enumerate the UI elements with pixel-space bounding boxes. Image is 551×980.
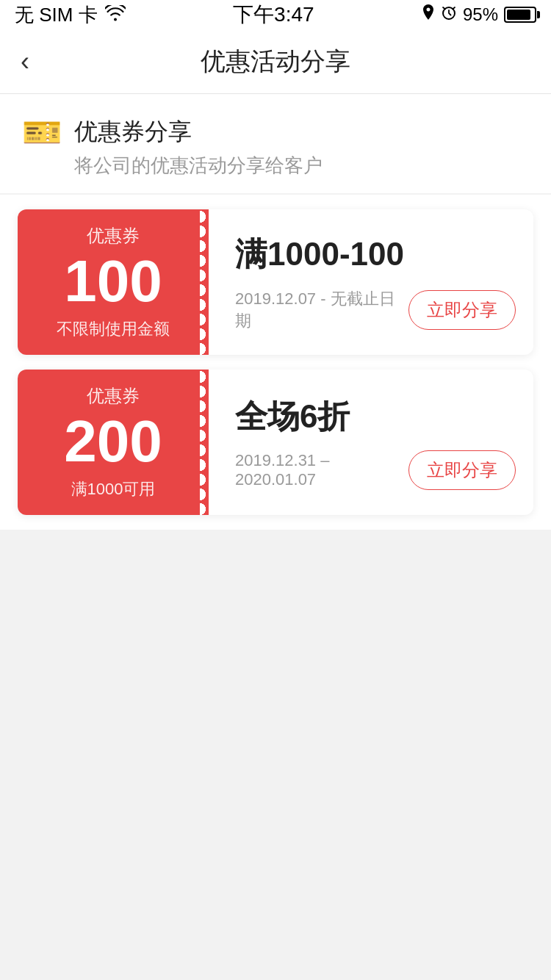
coupon-date: 2019.12.07 - 无截止日期 <box>235 288 401 332</box>
coupon-right-panel: 满1000-100 2019.12.07 - 无截止日期 立即分享 <box>209 209 533 355</box>
coupon-meta: 2019.12.31 – 2020.01.07 立即分享 <box>235 450 516 490</box>
share-button[interactable]: 立即分享 <box>408 290 516 330</box>
coupon-label: 优惠券 <box>87 384 140 408</box>
coupon-condition: 不限制使用金额 <box>57 318 170 340</box>
back-button[interactable]: ‹ <box>21 46 29 77</box>
coupon-name: 全场6折 <box>235 395 516 439</box>
section-title: 优惠券分享 <box>74 116 323 148</box>
alarm-icon <box>441 4 457 25</box>
coupon-list: 优惠券 100 不限制使用金额 满1000-100 2019.12.07 - 无… <box>0 195 551 530</box>
wifi-icon <box>105 4 126 26</box>
page-title: 优惠活动分享 <box>201 45 350 79</box>
coupon-condition: 满1000可用 <box>71 478 156 500</box>
nav-bar: ‹ 优惠活动分享 <box>0 29 551 94</box>
coupon-amount: 100 <box>64 252 162 311</box>
share-button[interactable]: 立即分享 <box>408 450 516 490</box>
coupon-label: 优惠券 <box>87 224 140 248</box>
section-header: 🎫 优惠券分享 将公司的优惠活动分享给客户 <box>0 94 551 193</box>
coupon-card: 优惠券 100 不限制使用金额 满1000-100 2019.12.07 - 无… <box>18 209 533 355</box>
coupon-right-panel: 全场6折 2019.12.31 – 2020.01.07 立即分享 <box>209 370 533 515</box>
coupon-name: 满1000-100 <box>235 233 516 276</box>
location-icon <box>422 4 435 25</box>
coupon-date: 2019.12.31 – 2020.01.07 <box>235 451 401 489</box>
section-subtitle: 将公司的优惠活动分享给客户 <box>74 153 323 179</box>
coupon-section-icon: 🎫 <box>22 116 62 148</box>
status-carrier: 无 SIM 卡 <box>15 2 126 28</box>
battery-icon <box>504 7 536 23</box>
battery-percentage: 95% <box>463 4 498 25</box>
status-bar: 无 SIM 卡 下午3:47 95% <box>0 0 551 29</box>
section-text: 优惠券分享 将公司的优惠活动分享给客户 <box>74 116 323 179</box>
carrier-text: 无 SIM 卡 <box>15 2 98 28</box>
coupon-card: 优惠券 200 满1000可用 全场6折 2019.12.31 – 2020.0… <box>18 370 533 515</box>
coupon-left-panel: 优惠券 100 不限制使用金额 <box>18 209 209 355</box>
status-right: 95% <box>422 4 536 25</box>
coupon-meta: 2019.12.07 - 无截止日期 立即分享 <box>235 288 516 332</box>
status-time: 下午3:47 <box>233 1 314 29</box>
coupon-amount: 200 <box>64 412 162 471</box>
coupon-left-panel: 优惠券 200 满1000可用 <box>18 370 209 515</box>
